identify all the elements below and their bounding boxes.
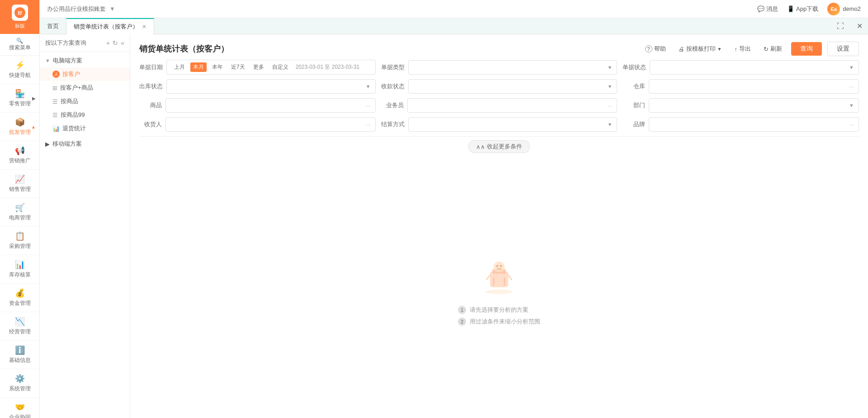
collect-status-control[interactable]: ▼ — [408, 79, 618, 94]
purchase-label: 采购管理 — [9, 242, 31, 250]
settlement-control[interactable]: ▼ — [408, 117, 618, 132]
dept-filter-item: 部门 ▼ — [623, 98, 859, 113]
scheme-group-mobile[interactable]: ▶ 移动端方案 — [40, 137, 130, 151]
scheme-refresh-button[interactable]: ↻ — [113, 39, 118, 47]
salesperson-control[interactable]: ··· — [407, 98, 618, 113]
collapse-row: ∧∧ 收起更多条件 — [139, 136, 859, 157]
date-btn-this-month[interactable]: 本月 — [190, 62, 207, 72]
warehouse-filter-item: 仓库 ··· — [623, 79, 859, 94]
pc-group-arrow-icon: ▼ — [45, 58, 50, 63]
industry-dropdown-icon[interactable]: ▼ — [109, 5, 115, 12]
sidebar-item-business[interactable]: 📉 经营管理 — [0, 312, 39, 341]
sidebar-item-wholesale[interactable]: 📦 批发管理 ▲ — [0, 113, 39, 141]
type-filter-control[interactable]: ▼ — [408, 60, 618, 75]
goods-control[interactable]: ··· — [165, 98, 376, 113]
warehouse-control[interactable]: ··· — [649, 79, 859, 94]
sidebar-item-retail[interactable]: 🏪 零售管理 ▶ — [0, 84, 39, 113]
print-button[interactable]: 🖨 按模板打印 ▼ — [675, 43, 726, 55]
date-btn-more[interactable]: 更多 — [250, 62, 267, 72]
sidebar-item-search[interactable]: 🔍 搜索菜单 — [0, 34, 39, 56]
svg-rect-3 — [490, 271, 508, 287]
scheme-item-goods99[interactable]: ☰ 按商品99 — [40, 108, 130, 122]
date-btn-7days[interactable]: 近7天 — [228, 62, 248, 72]
ecommerce-icon: 🛒 — [15, 203, 25, 213]
tab-sales-customer[interactable]: 销货单统计表（按客户） ✕ — [66, 18, 154, 34]
purchase-icon: 📋 — [15, 231, 25, 241]
salesperson-label: 业务员 — [381, 101, 404, 109]
mobile-arrow-icon: ▶ — [45, 141, 50, 147]
date-btn-custom[interactable]: 自定义 — [269, 62, 291, 72]
tab-window-button[interactable]: ✕ — [851, 22, 868, 30]
page-title: 销货单统计表（按客户） — [139, 43, 229, 54]
business-label: 经营管理 — [9, 328, 31, 336]
top-header: 办公用品行业模拟账套 ▼ 💬 消息 📱 App下载 Ea demo2 — [40, 0, 868, 18]
basic-icon: ℹ️ — [15, 345, 25, 355]
scheme-add-button[interactable]: + — [106, 39, 110, 47]
ecommerce-label: 电商管理 — [9, 214, 31, 222]
svg-line-10 — [486, 275, 490, 280]
sidebar-item-enterprise[interactable]: 🤝 企业协同 — [0, 398, 39, 418]
sidebar-item-system[interactable]: ⚙️ 系统管理 — [0, 369, 39, 398]
brand-filter-item: 品牌 ··· — [623, 117, 859, 132]
out-status-control[interactable]: ▼ — [166, 79, 376, 94]
scheme-collapse-button[interactable]: « — [121, 39, 124, 47]
refresh-button[interactable]: ↻ 刷新 — [760, 43, 786, 55]
enterprise-label: 企业协同 — [9, 413, 31, 418]
scheme-item-goods[interactable]: ☰ 按商品 — [40, 95, 130, 108]
goods99-label: 按商品99 — [61, 111, 85, 119]
refresh-label: 刷新 — [770, 45, 782, 53]
date-filter-control[interactable]: 上月 本月 本年 近7天 更多 自定义 2023-03-01 至 2023-03… — [166, 60, 376, 75]
export-button[interactable]: ↑ 导出 — [731, 43, 755, 55]
status-filter-item: 单据状态 ▼ — [623, 60, 859, 75]
user-menu[interactable]: Ea demo2 — [827, 3, 861, 15]
scheme-item-customer-goods[interactable]: ⊞ 按客户+商品 — [40, 81, 130, 95]
sidebar-item-sales[interactable]: 📈 销售管理 — [0, 170, 39, 198]
brand-control[interactable]: ··· — [649, 117, 859, 132]
header-right: 💬 消息 📱 App下载 Ea demo2 — [757, 3, 861, 15]
scheme-item-return[interactable]: 📊 退货统计 — [40, 122, 130, 135]
sidebar-item-basic[interactable]: ℹ️ 基础信息 — [0, 341, 39, 369]
recipient-control[interactable]: ··· — [165, 117, 376, 132]
sidebar-item-inventory[interactable]: 📊 库存核算 — [0, 255, 39, 284]
header-left: 办公用品行业模拟账套 ▼ — [47, 5, 115, 13]
date-btn-this-year[interactable]: 本年 — [209, 62, 226, 72]
recipient-label: 收货人 — [139, 120, 162, 128]
sidebar-item-marketing[interactable]: 📢 营销推广 — [0, 141, 39, 170]
avatar: Ea — [827, 3, 840, 15]
tab-sales-customer-label: 销货单统计表（按客户） — [74, 23, 138, 31]
app-download-button[interactable]: 📱 App下载 — [787, 5, 818, 13]
message-button[interactable]: 💬 消息 — [757, 5, 778, 13]
scheme-item-customer[interactable]: 人 按客户 — [40, 67, 130, 81]
maximize-icon: ⛶ — [837, 22, 844, 30]
type-dropdown-icon: ▼ — [607, 65, 612, 70]
finance-icon: 💰 — [15, 288, 25, 298]
collapse-button[interactable]: ∧∧ 收起更多条件 — [468, 140, 530, 153]
dept-control[interactable]: ▼ — [649, 98, 859, 113]
tab-home[interactable]: 首页 — [40, 18, 66, 34]
app-logo[interactable]: 好 标版 — [0, 0, 40, 34]
status-filter-control[interactable]: ▼ — [650, 60, 859, 75]
sidebar-item-finance[interactable]: 💰 资金管理 — [0, 284, 39, 312]
out-status-label: 出库状态 — [139, 82, 163, 90]
query-button[interactable]: 查询 — [791, 42, 822, 56]
sidebar-item-shortcut[interactable]: ⚡ 快捷导航 — [0, 56, 39, 84]
page-actions: ? 帮助 🖨 按模板打印 ▼ ↑ 导出 ↻ 刷新 — [642, 42, 859, 56]
print-label: 按模板打印 — [686, 45, 716, 53]
refresh-icon: ↻ — [764, 46, 769, 52]
sidebar-item-purchase[interactable]: 📋 采购管理 — [0, 227, 39, 255]
inventory-label: 库存核算 — [9, 271, 31, 279]
sidebar: 好 标版 🔍 搜索菜单 ⚡ 快捷导航 🏪 零售管理 ▶ 📦 批发管理 ▲ 📢 营… — [0, 0, 40, 418]
print-arrow-icon: ▼ — [717, 47, 722, 52]
dept-label: 部门 — [623, 101, 645, 109]
sidebar-item-ecommerce[interactable]: 🛒 电商管理 — [0, 198, 39, 227]
tip-num-1: 1 — [458, 306, 466, 314]
date-btn-last-month[interactable]: 上月 — [171, 62, 188, 72]
tab-close-icon[interactable]: ✕ — [142, 24, 146, 30]
settings-button[interactable]: 设置 — [827, 42, 859, 56]
scheme-group-pc-header[interactable]: ▼ 电脑端方案 — [40, 54, 130, 67]
tab-maximize-button[interactable]: ⛶ — [831, 22, 849, 30]
retail-arrow-icon: ▶ — [32, 96, 36, 101]
customer-scheme-label: 按客户 — [62, 70, 80, 78]
salesperson-filter-item: 业务员 ··· — [381, 98, 618, 113]
help-button[interactable]: ? 帮助 — [642, 43, 670, 55]
